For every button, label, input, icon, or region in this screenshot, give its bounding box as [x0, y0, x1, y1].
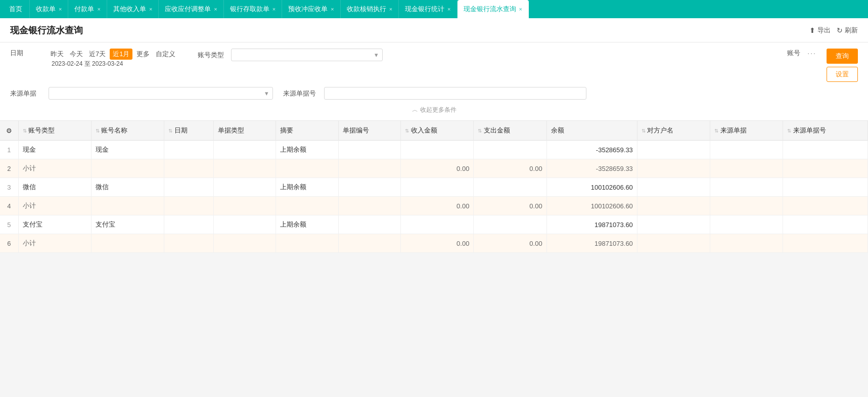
nav-label-other-income: 其他收入单	[113, 5, 146, 14]
export-button[interactable]: ⬆ 导出	[809, 26, 831, 35]
sort-icon: ⇅	[714, 128, 718, 134]
table-row[interactable]: 4小计0.000.00100102606.60	[0, 197, 868, 215]
sort-icon: ⇅	[642, 128, 646, 134]
date-btn-more[interactable]: 更多	[134, 49, 152, 60]
refresh-button[interactable]: ↻ 刷新	[837, 26, 858, 35]
table-row[interactable]: 3微信微信上期余额100102606.60	[0, 178, 868, 197]
refresh-label: 刷新	[845, 26, 858, 35]
close-icon[interactable]: ×	[214, 6, 217, 12]
nav-item-cash-flow[interactable]: 现金银行流水查询 ×	[458, 0, 529, 18]
table-header-source-doc-no[interactable]: ⇅ 来源单据号	[783, 121, 868, 141]
nav-item-prepay[interactable]: 预收冲应收单 ×	[282, 0, 340, 18]
close-icon[interactable]: ×	[519, 6, 522, 12]
collapse-label: 收起更多条件	[420, 106, 456, 114]
nav-label-receipt: 收款单	[36, 5, 56, 14]
close-icon[interactable]: ×	[149, 6, 152, 12]
close-icon[interactable]: ×	[97, 6, 100, 12]
nav-label-home: 首页	[9, 5, 22, 14]
nav-label-cash-flow: 现金银行流水查询	[464, 5, 516, 14]
gear-icon: ⚙	[6, 127, 12, 135]
export-icon: ⬆	[809, 26, 815, 34]
nav-item-home[interactable]: 首页	[2, 0, 30, 18]
account-type-label: 账号类型	[198, 51, 224, 60]
sort-icon: ⇅	[168, 128, 172, 134]
header-actions: ⬆ 导出 ↻ 刷新	[809, 26, 858, 35]
sort-icon: ⇅	[96, 128, 100, 134]
account-type-select[interactable]: ▾	[231, 49, 383, 61]
nav-item-other-income[interactable]: 其他收入单 ×	[107, 0, 159, 18]
nav-label-payment: 付款单	[74, 5, 94, 14]
sort-icon: ⇅	[405, 128, 409, 134]
table-header-row: ⚙ ⇅ 账号类型 ⇅ 账号名称 ⇅ 日期 单据类型 摘要	[0, 121, 868, 141]
table-header-date[interactable]: ⇅ 日期	[164, 121, 214, 141]
page-title: 现金银行流水查询	[10, 24, 83, 36]
date-btn-1month[interactable]: 近1月	[110, 49, 132, 60]
table-row[interactable]: 5支付宝支付宝上期余额19871073.60	[0, 215, 868, 234]
close-icon[interactable]: ×	[447, 6, 450, 12]
refresh-icon: ↻	[837, 26, 843, 34]
account-ellipsis-btn[interactable]: ···	[807, 49, 816, 57]
sort-icon: ⇅	[478, 128, 482, 134]
table-header-doc-type[interactable]: 单据类型	[213, 121, 276, 141]
source-doc-no-label: 来源单据号	[283, 89, 316, 98]
table-row[interactable]: 1现金现金上期余额-3528659.33	[0, 141, 868, 159]
sort-icon: ⇅	[23, 128, 27, 134]
nav-label-cash-stat: 现金银行统计	[405, 5, 444, 14]
chevron-down-icon: ▾	[375, 51, 378, 59]
nav-item-receipt[interactable]: 收款单 ×	[30, 0, 68, 18]
table-header-summary[interactable]: 摘要	[276, 121, 338, 141]
table-container: ⚙ ⇅ 账号类型 ⇅ 账号名称 ⇅ 日期 单据类型 摘要	[0, 121, 868, 253]
table-header-account-name[interactable]: ⇅ 账号名称	[91, 121, 164, 141]
table-header-settings[interactable]: ⚙	[0, 121, 18, 141]
nav-label-ar-ap-adjust: 应收应付调整单	[165, 5, 211, 14]
date-btn-custom[interactable]: 自定义	[154, 49, 177, 60]
export-label: 导出	[817, 26, 831, 35]
nav-item-ar-ap-adjust[interactable]: 应收应付调整单 ×	[159, 0, 223, 18]
source-doc-no-input[interactable]	[324, 87, 586, 100]
table-header-expense[interactable]: ⇅ 支出金额	[474, 121, 546, 141]
chevron-up-icon: ︿	[412, 106, 418, 114]
collapse-bar[interactable]: ︿ 收起更多条件	[10, 103, 858, 116]
data-table: ⚙ ⇅ 账号类型 ⇅ 账号名称 ⇅ 日期 单据类型 摘要	[0, 121, 868, 253]
table-header-counterpart[interactable]: ⇅ 对方户名	[637, 121, 710, 141]
nav-item-payment[interactable]: 付款单 ×	[68, 0, 107, 18]
filter-area: 日期 昨天 今天 近7天 近1月 更多 自定义 2023-02-24 至 202…	[0, 42, 868, 121]
table-header-doc-no[interactable]: 单据编号	[338, 121, 400, 141]
nav-item-cash-stat[interactable]: 现金银行统计 ×	[399, 0, 457, 18]
date-btn-yesterday[interactable]: 昨天	[49, 49, 66, 60]
date-btn-7days[interactable]: 近7天	[87, 49, 108, 60]
table-header-income[interactable]: ⇅ 收入金额	[401, 121, 474, 141]
table-row[interactable]: 6小计0.000.0019871073.60	[0, 234, 868, 253]
date-options: 昨天 今天 近7天 近1月 更多 自定义	[49, 49, 177, 60]
settings-button[interactable]: 设置	[827, 67, 858, 82]
table-header-source-doc[interactable]: ⇅ 来源单据	[710, 121, 783, 141]
nav-item-bank-deposit[interactable]: 银行存取款单 ×	[224, 0, 282, 18]
source-doc-label: 来源单据	[10, 89, 40, 98]
sort-icon: ⇅	[787, 128, 791, 134]
page-header: 现金银行流水查询 ⬆ 导出 ↻ 刷新	[0, 18, 868, 42]
chevron-down-icon-2: ▾	[265, 90, 268, 97]
table-header-account-type[interactable]: ⇅ 账号类型	[18, 121, 91, 141]
nav-label-verify: 收款核销执行	[347, 5, 386, 14]
table-body: 1现金现金上期余额-3528659.332小计0.000.00-3528659.…	[0, 141, 868, 253]
table-row[interactable]: 2小计0.000.00-3528659.33	[0, 159, 868, 178]
close-icon[interactable]: ×	[389, 6, 392, 12]
nav-label-prepay: 预收冲应收单	[288, 5, 328, 14]
account-label: 账号	[787, 49, 800, 58]
date-range: 2023-02-24 至 2023-03-24	[52, 60, 177, 68]
nav-label-bank-deposit: 银行存取款单	[230, 5, 269, 14]
nav-item-verify[interactable]: 收款核销执行 ×	[341, 0, 399, 18]
close-icon[interactable]: ×	[272, 6, 276, 12]
source-doc-select[interactable]: ▾	[49, 87, 273, 100]
close-icon[interactable]: ×	[331, 6, 334, 12]
date-label: 日期	[10, 49, 40, 58]
table-header-balance[interactable]: 余额	[546, 121, 637, 141]
date-btn-today[interactable]: 今天	[68, 49, 85, 60]
query-button[interactable]: 查询	[827, 49, 858, 64]
close-icon[interactable]: ×	[59, 6, 62, 12]
top-navigation: 首页 收款单 × 付款单 × 其他收入单 × 应收应付调整单 × 银行存取款单 …	[0, 0, 868, 18]
